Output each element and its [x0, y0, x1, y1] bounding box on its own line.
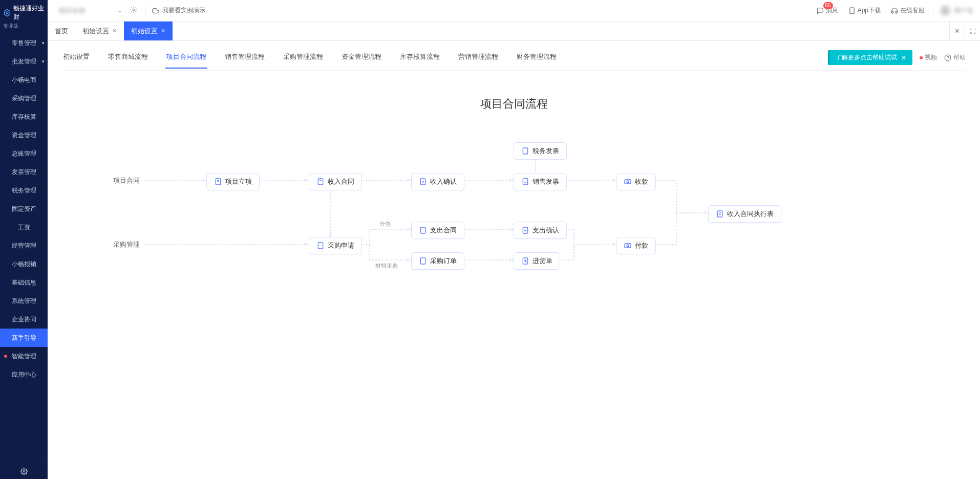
- user-menu[interactable]: 用户名: [940, 5, 974, 16]
- subtab[interactable]: 资金管理流程: [340, 52, 382, 68]
- caret-down-icon: ▾: [42, 40, 45, 46]
- sidebar-item[interactable]: 系统管理: [0, 292, 48, 310]
- tabs-fullscreen-button[interactable]: [965, 21, 980, 40]
- flow-node-sk[interactable]: 收款: [616, 173, 656, 190]
- divider: [145, 6, 146, 15]
- sidebar-item[interactable]: 工资: [0, 218, 48, 236]
- sidebar-item[interactable]: 零售管理▾: [0, 34, 48, 52]
- sidebar-item[interactable]: 企业协同: [0, 310, 48, 329]
- flow-node-xmlx[interactable]: 项目立项: [206, 173, 260, 190]
- mobile-icon: [848, 7, 856, 14]
- video-link[interactable]: 视频: [920, 53, 937, 62]
- svg-rect-22: [318, 179, 323, 185]
- topbar: 组织名称 ⌄ 我要看实例演示 消息 65 App下载: [48, 0, 980, 21]
- sidebar-item-label: 固定资产: [12, 205, 36, 213]
- tab-label: 初始设置: [82, 27, 109, 36]
- tab[interactable]: 初始设置✕: [75, 21, 124, 40]
- org-selector[interactable]: 组织名称: [54, 4, 91, 17]
- flow-node-cgdd[interactable]: 采购订单: [411, 252, 464, 270]
- sidebar-item[interactable]: 新手引导: [0, 329, 48, 347]
- doc-icon: [521, 226, 529, 234]
- money-in-icon: [624, 178, 632, 186]
- sidebar-item-label: 应用中心: [12, 371, 36, 379]
- tab-close-icon[interactable]: ✕: [161, 28, 165, 34]
- sidebar-item[interactable]: 批发管理▾: [0, 52, 48, 71]
- flow-row1-label: 项目合同: [113, 176, 140, 185]
- sidebar-item[interactable]: 经营管理: [0, 236, 48, 255]
- subtab[interactable]: 库存核算流程: [399, 52, 441, 68]
- flow-node-fk[interactable]: 付款: [616, 237, 656, 254]
- expand-icon: [970, 28, 976, 34]
- flow-node-swfp[interactable]: 税务发票: [514, 142, 567, 160]
- invoice-icon: [521, 147, 529, 155]
- notification-dot-icon: [4, 355, 7, 358]
- sidebar-item[interactable]: 库存核算: [0, 107, 48, 126]
- online-cs-button[interactable]: 在线客服: [889, 4, 927, 17]
- subtab[interactable]: 销售管理流程: [224, 52, 266, 68]
- sidebar-item[interactable]: 发票管理: [0, 163, 48, 181]
- messages-button[interactable]: 消息 65: [815, 4, 840, 17]
- help-link[interactable]: 帮助: [944, 53, 966, 62]
- sidebar-item[interactable]: 应用中心: [0, 365, 48, 384]
- svg-rect-25: [523, 179, 527, 185]
- sidebar-item[interactable]: 基础信息: [0, 273, 48, 292]
- sidebar-item-label: 库存核算: [12, 113, 36, 121]
- sidebar-item[interactable]: 采购管理: [0, 89, 48, 107]
- svg-rect-28: [625, 180, 631, 184]
- sidebar-item-label: 税务管理: [12, 186, 36, 195]
- tabs-close-all-button[interactable]: ✕: [949, 21, 965, 40]
- flow-node-jhd[interactable]: 进货单: [514, 252, 560, 270]
- sidebar-item-label: 零售管理: [12, 39, 36, 48]
- tab[interactable]: 初始设置✕: [124, 21, 173, 40]
- tabs-row: 首页初始设置✕初始设置✕ ✕: [48, 21, 980, 41]
- sidebar-settings-button[interactable]: [0, 463, 48, 479]
- flow-node-cgsq[interactable]: 采购申请: [309, 237, 362, 254]
- tab-close-icon[interactable]: ✕: [112, 28, 117, 34]
- org-settings-button[interactable]: [128, 4, 139, 17]
- help-tip-text: 了解更多点击帮助试试: [836, 53, 897, 62]
- subtab[interactable]: 财务管理流程: [516, 52, 558, 68]
- flow-node-zcht[interactable]: 支出合同: [411, 222, 464, 239]
- tab[interactable]: 首页: [48, 21, 75, 40]
- app-download-button[interactable]: App下载: [846, 4, 883, 17]
- flow-node-srhtzxb[interactable]: 收入合同执行表: [708, 205, 781, 223]
- sidebar-item-label: 基础信息: [12, 278, 36, 287]
- subtab[interactable]: 采购管理流程: [282, 52, 324, 68]
- sidebar-item[interactable]: 总账管理: [0, 144, 48, 163]
- sidebar-item[interactable]: 资金管理: [0, 126, 48, 144]
- sidebar-item[interactable]: 税务管理: [0, 181, 48, 200]
- sidebar-item[interactable]: 智能管理: [0, 347, 48, 365]
- flow-node-zcqr[interactable]: 支出确认: [514, 222, 567, 239]
- sidebar-nav: 零售管理▾批发管理▾小畅电商采购管理库存核算资金管理总账管理发票管理税务管理固定…: [0, 34, 48, 463]
- brand-edition: 专业版: [3, 23, 45, 30]
- sidebar-item[interactable]: 小畅报销: [0, 255, 48, 273]
- order-icon: [419, 257, 427, 265]
- subtab[interactable]: 项目合同流程: [165, 52, 207, 69]
- sidebar-item-label: 企业协同: [12, 315, 36, 324]
- sidebar-item-label: 批发管理: [12, 57, 36, 66]
- demo-link[interactable]: 我要看实例演示: [152, 6, 205, 15]
- sidebar-item[interactable]: 固定资产: [0, 200, 48, 218]
- svg-rect-33: [420, 258, 425, 264]
- sidebar-item[interactable]: 小畅电商: [0, 71, 48, 89]
- help-icon: [944, 54, 951, 61]
- flow-node-srqr[interactable]: 收入确认: [411, 173, 464, 190]
- brand-name: 畅捷通好业财: [13, 4, 45, 21]
- help-tip-close[interactable]: ✕: [901, 54, 906, 61]
- subtab[interactable]: 营销管理流程: [457, 52, 499, 68]
- svg-rect-3: [850, 8, 854, 14]
- flow-node-srht[interactable]: 收入合同: [309, 173, 362, 190]
- svg-rect-35: [625, 244, 631, 248]
- chevron-down-icon[interactable]: ⌄: [117, 7, 122, 14]
- doc-icon: [419, 178, 427, 186]
- flow-node-xsfp[interactable]: 销售发票: [514, 173, 567, 190]
- subtab[interactable]: 初始设置: [62, 52, 91, 68]
- sidebar-item-label: 总账管理: [12, 149, 36, 158]
- flow-canvas: 项目合同 采购管理 分包 材料采购 项目立项 收入合同 收入确认 销售发票 税务…: [62, 132, 966, 337]
- avatar-icon: [940, 5, 951, 16]
- doc-icon: [316, 242, 325, 250]
- subtab[interactable]: 零售商城流程: [107, 52, 149, 68]
- online-cs-label: 在线客服: [900, 6, 925, 15]
- message-icon: [817, 7, 824, 14]
- svg-point-36: [627, 245, 629, 247]
